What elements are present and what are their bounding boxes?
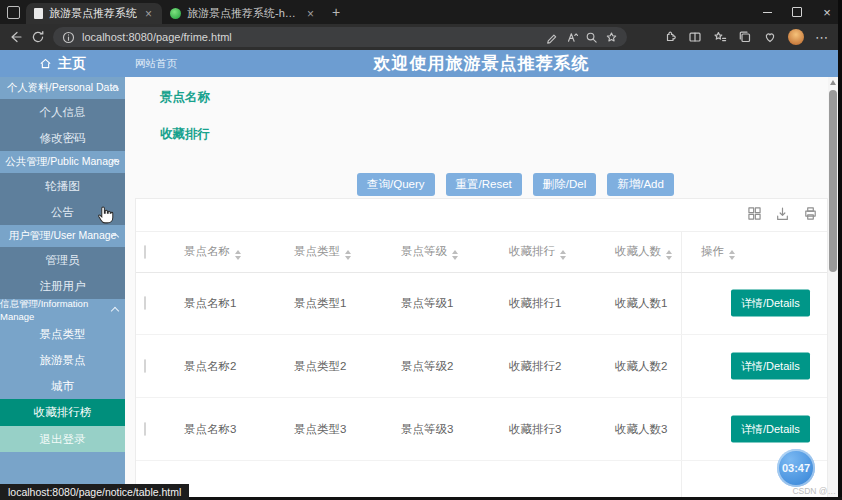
- favorite-star-icon[interactable]: [605, 31, 618, 44]
- tab-close-icon[interactable]: ×: [305, 7, 316, 21]
- main-content: 景点名称 收藏排行 查询/Query 重置/Reset 删除/Del 新增/Ad…: [125, 77, 838, 497]
- site-favicon-icon: [170, 8, 181, 19]
- sidebar-item-scenic-type[interactable]: 景点类型: [0, 321, 125, 347]
- col-header-scenic-level[interactable]: 景点等级: [401, 244, 458, 260]
- sidebar-group-user-manage[interactable]: 用户管理/User Manage: [0, 225, 125, 247]
- cell-favorite-rank: 收藏排行2: [509, 358, 561, 373]
- sidebar-item-label: 修改密码: [40, 131, 86, 146]
- data-table-card: 景点名称 景点类型 景点等级 收藏排行 收藏人数 操作 景点名称1 景点类型1 …: [135, 198, 828, 497]
- sidebar-item-personal-info[interactable]: 个人信息: [0, 99, 125, 125]
- row-checkbox[interactable]: [144, 359, 146, 373]
- sidebar-item-carousel[interactable]: 轮播图: [0, 173, 125, 199]
- cell-scenic-type: 景点类型3: [294, 421, 346, 436]
- table-row: 景点名称2 景点类型2 景点等级2 收藏排行2 收藏人数2 详情/Details: [136, 334, 827, 398]
- split-screen-icon[interactable]: [688, 30, 702, 44]
- browser-tab-2[interactable]: 旅游景点推荐系统-home ×: [162, 3, 324, 24]
- sidebar-item-label: 管理员: [45, 253, 80, 268]
- field-label-scenic-name: 景点名称: [160, 89, 210, 106]
- col-header-favorite-rank[interactable]: 收藏排行: [509, 244, 566, 260]
- cell-scenic-type: 景点类型1: [294, 295, 346, 310]
- col-header-favorite-count[interactable]: 收藏人数: [615, 244, 672, 260]
- scrollbar-thumb[interactable]: [829, 90, 837, 272]
- export-icon[interactable]: [773, 204, 791, 222]
- col-header-operation[interactable]: 操作: [701, 244, 735, 260]
- tab-actions-icon[interactable]: [0, 0, 26, 24]
- sort-icon[interactable]: [452, 250, 458, 260]
- tab-close-icon[interactable]: ×: [143, 7, 154, 21]
- window-right-edge: [838, 0, 842, 500]
- favorites-bar-icon[interactable]: [713, 30, 727, 44]
- sidebar-item-label: 信息管理/Information Manage: [0, 298, 125, 322]
- table-row: 景点名称1 景点类型1 景点等级1 收藏排行1 收藏人数1 详情/Details: [136, 271, 827, 335]
- sort-icon[interactable]: [666, 250, 672, 260]
- browser-essentials-icon[interactable]: [763, 30, 777, 44]
- sidebar-item-change-password[interactable]: 修改密码: [0, 125, 125, 151]
- sidebar-group-information-manage[interactable]: 信息管理/Information Manage: [0, 299, 125, 321]
- status-link-tooltip: localhost:8080/page/notice/table.html: [0, 484, 189, 500]
- details-button[interactable]: 详情/Details: [731, 289, 810, 316]
- video-timestamp-badge[interactable]: 03:47: [777, 449, 815, 487]
- add-button[interactable]: 新增/Add: [607, 173, 674, 196]
- delete-button[interactable]: 删除/Del: [533, 173, 596, 196]
- sort-icon[interactable]: [345, 250, 351, 260]
- content-scrollbar[interactable]: [828, 77, 838, 497]
- cell-scenic-name: 景点名称1: [184, 295, 236, 310]
- cell-scenic-type: 景点类型2: [294, 358, 346, 373]
- details-button[interactable]: 详情/Details: [731, 415, 810, 442]
- read-aloud-icon[interactable]: [565, 31, 578, 44]
- refresh-icon[interactable]: [30, 29, 46, 45]
- extensions-puzzle-icon[interactable]: [663, 30, 677, 44]
- scroll-up-arrow-icon[interactable]: [830, 80, 836, 85]
- sidebar-item-city[interactable]: 城市: [0, 373, 125, 399]
- sidebar-item-label: 城市: [51, 379, 74, 394]
- top-band: 主页 网站首页 欢迎使用旅游景点推荐系统: [0, 50, 838, 77]
- print-icon[interactable]: [801, 204, 819, 222]
- field-label-favorite-rank: 收藏排行: [160, 126, 210, 143]
- table-header-row: 景点名称 景点类型 景点等级 收藏排行 收藏人数 操作: [136, 231, 827, 273]
- sidebar-item-label: 景点类型: [40, 327, 86, 342]
- cell-scenic-level: 景点等级1: [401, 295, 453, 310]
- sidebar-item-label: 用户管理/User Manage: [9, 229, 117, 243]
- minimize-button[interactable]: [752, 0, 782, 24]
- sidebar-home-header[interactable]: 主页: [0, 50, 125, 77]
- col-header-scenic-type[interactable]: 景点类型: [294, 244, 351, 260]
- cell-scenic-name: 景点名称3: [184, 421, 236, 436]
- collections-icon[interactable]: [738, 30, 752, 44]
- sidebar-group-public-manage[interactable]: 公共管理/Public Manage: [0, 151, 125, 173]
- select-all-checkbox[interactable]: [144, 245, 146, 259]
- ink-pen-icon[interactable]: [545, 31, 558, 44]
- col-header-scenic-name[interactable]: 景点名称: [184, 244, 241, 260]
- site-info-icon[interactable]: [62, 31, 75, 44]
- sidebar-item-scenic-spot[interactable]: 旅游景点: [0, 347, 125, 373]
- query-button[interactable]: 查询/Query: [357, 173, 435, 196]
- sidebar-group-personal-data[interactable]: 个人资料/Personal Data: [0, 77, 125, 99]
- sidebar-item-logout[interactable]: 退出登录: [0, 426, 125, 452]
- new-tab-button[interactable]: +: [324, 0, 348, 24]
- reset-button[interactable]: 重置/Reset: [446, 173, 522, 196]
- details-button[interactable]: 详情/Details: [731, 352, 810, 379]
- browser-tab-1[interactable]: 旅游景点推荐系统 ×: [26, 3, 162, 24]
- back-icon[interactable]: [7, 29, 23, 45]
- table-toolbar: [745, 204, 819, 222]
- sort-icon[interactable]: [560, 250, 566, 260]
- sort-icon[interactable]: [235, 250, 241, 260]
- sidebar-item-favorite-ranking-active[interactable]: 收藏排行榜: [0, 399, 125, 426]
- browser-tabstrip: 旅游景点推荐系统 × 旅游景点推荐系统-home × + ×: [0, 0, 842, 24]
- row-checkbox[interactable]: [144, 422, 146, 436]
- sidebar-item-admin[interactable]: 管理员: [0, 247, 125, 273]
- more-menu-icon[interactable]: ⋯: [815, 30, 829, 45]
- profile-avatar[interactable]: [788, 29, 804, 45]
- sort-icon[interactable]: [729, 250, 735, 260]
- mouse-hand-cursor: [94, 205, 116, 227]
- cell-scenic-name: 景点名称2: [184, 358, 236, 373]
- url-text[interactable]: localhost:8080/page/frime.html: [82, 31, 232, 43]
- maximize-button[interactable]: [782, 0, 812, 24]
- sidebar-item-label: 个人信息: [40, 105, 86, 120]
- browser-window: 旅游景点推荐系统 × 旅游景点推荐系统-home × + × localhost…: [0, 0, 842, 500]
- sidebar-item-registered-users[interactable]: 注册用户: [0, 273, 125, 299]
- sidebar-nav: 个人资料/Personal Data 个人信息 修改密码 公共管理/Public…: [0, 77, 125, 497]
- filter-columns-icon[interactable]: [745, 204, 763, 222]
- address-bar[interactable]: localhost:8080/page/frime.html: [53, 27, 627, 47]
- row-checkbox[interactable]: [144, 296, 146, 310]
- zoom-search-icon[interactable]: [585, 31, 598, 44]
